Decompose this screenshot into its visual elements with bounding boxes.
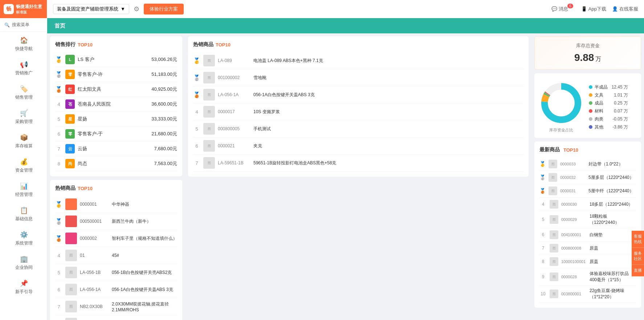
sidebar-item-operation[interactable]: 📊 经营管理 [0, 178, 47, 202]
new-product-name: 5厘中纤（1220*2440） [588, 188, 636, 194]
nav-menu: 🏠 快捷导航 📢 营销推广 🏷️ 销售管理 🛒 采购管理 📦 库存核算 💰 资金… [0, 32, 47, 320]
new-product-row[interactable]: 10 图 003800001 22g鱼豆腐-烧烤味（1*12*20） [539, 286, 636, 303]
product-code: 01 [80, 253, 109, 258]
search-button[interactable]: 🔍 搜索菜单 [4, 22, 42, 28]
hot-mid-row[interactable]: 🥉 图 LA-056-1A 056-1A白色按键开关盖ABS 3克 [193, 86, 523, 103]
hot-products-mid-card: 热销商品 TOP10 🥇 图 LA-089 电池盖 LA-089 ABS本色+黑… [188, 36, 529, 177]
product-code: LA-056-1A [80, 287, 109, 292]
new-product-code: 0000028 [561, 275, 587, 279]
hot-mid-row[interactable]: 🥇 图 LA-089 电池盖 LA-089 ABS本色+黑种 7.1克 [193, 52, 523, 69]
new-product-row[interactable]: 6 图 004100001 白钢垫 [539, 228, 636, 242]
hot-product-row[interactable]: 🥇 0000001 中华神器 [55, 196, 177, 213]
sales-icon: 🏷️ [20, 85, 28, 93]
right-column: 库存总资金 9.88 万 [531, 33, 644, 320]
sidebar-label-operation: 经营管理 [15, 192, 33, 198]
sidebar-item-inventory[interactable]: 📦 库存核算 [0, 129, 47, 153]
float-btn-community[interactable]: 服务社区 [632, 248, 644, 265]
product-name: 中华神器 [112, 201, 177, 208]
product-name: 056-1A白色按键开关盖ABS 3克 [253, 92, 523, 98]
float-btn-service[interactable]: 客服热线 [632, 231, 644, 248]
product-image-placeholder: 图 [65, 284, 77, 295]
product-image-placeholder: 图 [203, 55, 215, 66]
sidebar-item-guide[interactable]: 📌 新手引导 [0, 275, 47, 299]
inventory-unit: 万 [595, 56, 601, 62]
hot-product-row[interactable]: 5 图 LA-056-1B 056-1B白色按键开关壳ABS2克 [55, 264, 177, 281]
hot-mid-row[interactable]: 6 图 0000021 夹克 [193, 138, 523, 155]
product-code: 001000002 [218, 75, 250, 80]
top-bar: 装备及固定资产辅助管理系统 ▼ ⚙ 体验行业方案 💬 消息 6 📱 App下载 … [47, 0, 644, 18]
hot-product-row[interactable]: 4 图 01 45# [55, 247, 177, 264]
hot-products-label: 热销商品 [55, 185, 76, 192]
rank-name: 零售客户-许 [78, 71, 148, 78]
product-code: LA-056-1A [218, 92, 250, 97]
new-product-code: 0000033 [560, 162, 586, 166]
sidebar-item-base[interactable]: 📋 基础信息 [0, 202, 47, 226]
sidebar-item-sales[interactable]: 🏷️ 销售管理 [0, 81, 47, 105]
rank-badge: 苍 [65, 99, 75, 109]
search-icon: 🔍 [4, 22, 10, 28]
new-product-row[interactable]: 🥈 图 0000032 5厘多层（1220*2440） [539, 171, 636, 184]
mobile-icon: 📱 [581, 6, 587, 12]
legend-value: 0.25 万 [610, 100, 628, 106]
sidebar-item-finance[interactable]: 💰 资金管理 [0, 153, 47, 178]
sales-rank-row[interactable]: 6 零 零售客户-于 21,680.00元 [55, 127, 177, 141]
product-code: 000800005 [218, 126, 250, 131]
new-product-row[interactable]: 8 图 10000100001 原盖 [539, 255, 636, 268]
sales-rank-label: 销售排行 [55, 41, 76, 48]
sidebar-item-system[interactable]: ⚙️ 系统管理 [0, 226, 47, 251]
online-service-item[interactable]: 👤 在线客服 [612, 6, 638, 12]
hot-product-row[interactable]: 6 图 LA-056-1A 056-1A白色按键开关盖ABS 3克 [55, 281, 177, 298]
hot-product-row[interactable]: 7 图 NB2.0X30B 2.0X30MM双搓花轴,搓花直径2.1MM/ROH… [55, 298, 177, 315]
hot-product-row[interactable]: 🥉 0000002 智利车子里（规格不知道填什么） [55, 230, 177, 247]
new-product-name: 白钢垫 [590, 232, 636, 238]
new-product-row[interactable]: 7 图 000800008 原盖 [539, 242, 636, 255]
sales-rank-row[interactable]: 8 尚 尚态 7,563.00元 [55, 156, 177, 171]
trial-button[interactable]: 体验行业方案 [144, 4, 184, 15]
hot-product-row[interactable]: 8 图 0000011 12070519-xs [55, 315, 177, 320]
sidebar-item-purchase[interactable]: 🛒 采购管理 [0, 105, 47, 129]
hot-product-row[interactable]: 🥈 000500001 新西兰牛肉（新牛） [55, 213, 177, 230]
sidebar-item-marketing[interactable]: 📢 营销推广 [0, 56, 47, 81]
new-product-code: 0000032 [560, 175, 586, 180]
sidebar-label-home: 快捷导航 [15, 46, 33, 52]
guide-icon: 📌 [20, 279, 28, 287]
hot-mid-row[interactable]: 4 图 0000017 10S 变频罗浆 [193, 103, 523, 120]
sales-rank-row[interactable]: 4 苍 苍南县人民医院 36,600.00元 [55, 97, 177, 112]
new-product-row[interactable]: 🥇 图 0000033 封边带（1.0*22） [539, 157, 636, 171]
product-code: 0000017 [218, 109, 250, 114]
product-image-placeholder: 图 [65, 267, 77, 278]
search-menu-item[interactable]: 🔍 搜索菜单 [0, 18, 47, 32]
new-product-row[interactable]: 5 图 0000029 18颗粒板（1220*2440） [539, 211, 636, 228]
rank-amount: 51,183.00元 [151, 71, 177, 78]
system-selector[interactable]: 装备及固定资产辅助管理系统 ▼ [53, 4, 129, 14]
product-name: 45# [112, 253, 177, 258]
product-code: 0000021 [218, 143, 250, 148]
sidebar-item-company[interactable]: 🏢 企业协同 [0, 251, 47, 275]
legend-value: -0.05 万 [610, 116, 628, 122]
sales-rank-row[interactable]: 🥈 零 零售客户-许 51,183.00元 [55, 67, 177, 82]
home-icon: 🏠 [20, 36, 28, 44]
new-product-row[interactable]: 4 图 0000030 18多层（1220*2440） [539, 198, 636, 211]
app-download-item[interactable]: 📱 App下载 [581, 6, 606, 12]
product-image-placeholder: 图 [65, 301, 77, 312]
hot-mid-row[interactable]: 7 图 LA-59651-1B 59651-1B旋转投影灯电池盒ABS黑色+58… [193, 155, 523, 172]
sales-rank-row[interactable]: 🥉 红 红太阳文具 40,925.00元 [55, 82, 177, 97]
settings-icon[interactable]: ⚙ [134, 5, 139, 13]
sales-rank-row[interactable]: 7 云 云扬 7,680.00元 [55, 141, 177, 156]
legend-name: 半成品 [595, 84, 608, 90]
legend-item: 肉类 -0.05 万 [589, 116, 628, 122]
float-btn-live[interactable]: 直播 [632, 265, 644, 276]
new-product-row[interactable]: 🥉 图 0000031 5厘中纤（1220*2440） [539, 184, 636, 198]
main-area: 装备及固定资产辅助管理系统 ▼ ⚙ 体验行业方案 💬 消息 6 📱 App下载 … [47, 0, 644, 320]
sidebar-item-home[interactable]: 🏠 快捷导航 [0, 32, 47, 56]
page-body: 销售排行 TOP10 🥇 L LS 客户 53,006.26元 🥈 零 零售客户… [47, 33, 644, 320]
sales-rank-row[interactable]: 🥇 L LS 客户 53,006.26元 [55, 52, 177, 67]
sales-rank-row[interactable]: 5 星 星扬 33,333.00元 [55, 112, 177, 127]
hot-mid-row[interactable]: 🥈 图 001000002 雪地靴 [193, 69, 523, 86]
legend-item: 文具 1.01 万 [589, 92, 628, 98]
left-column: 销售排行 TOP10 🥇 L LS 客户 53,006.26元 🥈 零 零售客户… [47, 33, 185, 320]
new-product-row[interactable]: 9 图 0000028 体验嘉校味苏打饮品400毫升（1*15） [539, 268, 636, 286]
new-product-code: 003800001 [561, 292, 587, 296]
message-item[interactable]: 💬 消息 6 [551, 6, 575, 12]
hot-mid-row[interactable]: 5 图 000800005 手机测试 [193, 120, 523, 138]
